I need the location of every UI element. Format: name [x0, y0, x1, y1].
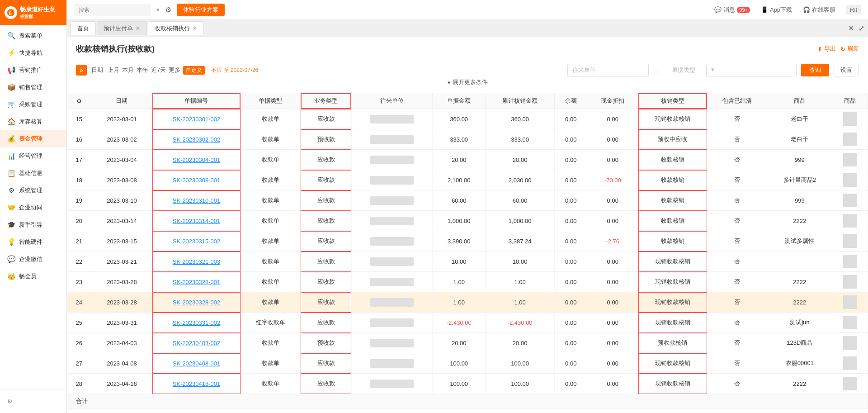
export-btn[interactable]: ⬆ 导出 — [817, 45, 836, 53]
cell-bill-no[interactable]: SK-20230314-001 — [152, 211, 241, 231]
setting-btn[interactable]: 设置 — [834, 64, 859, 76]
th-goods[interactable]: 商品 — [767, 93, 832, 109]
th-discount[interactable]: 现金折扣 — [587, 93, 638, 109]
date-more[interactable]: 更多 — [169, 66, 180, 74]
query-btn[interactable]: 查询 — [801, 64, 829, 76]
bill-no-link[interactable]: SK-20230418-001 — [173, 380, 221, 387]
tab-payable-close[interactable]: ✕ — [136, 25, 140, 32]
table-row[interactable]: 28 2023-04-18 SK-20230418-001 收款单 应收款 ██… — [67, 374, 868, 394]
bill-no-link[interactable]: SK-20230301-002 — [173, 116, 221, 123]
cell-bill-no[interactable]: SK-20230331-002 — [152, 313, 241, 333]
tabs-close-all-btn[interactable]: ✕ — [848, 24, 854, 33]
table-row[interactable]: 18 2023-03-08 SK-20230308-001 收款单 应收款 ██… — [67, 170, 868, 190]
topbar-dropdown-arrow[interactable]: ▾ — [156, 6, 160, 13]
topbar-msg[interactable]: 💬 消息 99+ — [714, 6, 750, 14]
th-counterpart[interactable]: 往来单位 — [351, 93, 432, 109]
sidebar-item-wechat[interactable]: 💬企业微信 — [0, 251, 66, 268]
table-row[interactable]: 20 2023-03-14 SK-20230314-001 收款单 应收款 ██… — [67, 211, 868, 231]
sidebar-item-quick[interactable]: ⚡快捷导航 — [0, 44, 66, 62]
expand-more-btn[interactable]: ▾ 展开更多条件 — [448, 78, 488, 86]
sidebar-item-system[interactable]: ⚙系统管理 — [0, 182, 66, 199]
sidebar-item-search[interactable]: 🔍搜索菜单 — [0, 27, 66, 44]
cell-bill-no[interactable]: SK-20230321-003 — [152, 252, 241, 272]
sidebar-item-corp[interactable]: 🤝企业协同 — [0, 199, 66, 216]
th-biz-type[interactable]: 业务类型 — [301, 93, 352, 109]
cell-bill-no[interactable]: SK-20230301-002 — [152, 109, 241, 129]
table-row[interactable]: 25 2023-03-31 SK-20230331-002 红字收款单 应收款 … — [67, 313, 868, 333]
counterpart-input[interactable]: 往来单位 — [567, 64, 649, 76]
cell-bill-no[interactable]: SK-20230304-001 — [152, 150, 241, 170]
tab-payable[interactable]: 预计应付单 ✕ — [97, 21, 147, 35]
bill-no-link[interactable]: SK-20230314-001 — [173, 218, 221, 224]
bill-no-link[interactable]: SK-20230302-002 — [173, 136, 221, 143]
th-gear[interactable]: ⚙ — [67, 93, 91, 109]
cell-bill-no[interactable]: SK-20230403-002 — [152, 333, 241, 353]
cell-bill-no[interactable]: SK-20230328-001 — [152, 272, 241, 292]
cell-bill-no[interactable]: SK-20230302-002 — [152, 129, 241, 150]
th-goods2[interactable]: 商品 — [832, 93, 868, 109]
table-row[interactable]: 22 2023-03-21 SK-20230321-003 收款单 应收款 ██… — [67, 252, 868, 272]
bill-no-link[interactable]: SK-20230315-002 — [173, 238, 221, 245]
tabs-maximize-btn[interactable]: ⤢ — [859, 24, 864, 33]
th-balance[interactable]: 余额 — [554, 93, 587, 109]
tab-receipt[interactable]: 收款核销执行 ✕ — [148, 21, 204, 35]
bill-no-link[interactable]: SK-20230328-002 — [173, 299, 221, 306]
table-row[interactable]: 21 2023-03-15 SK-20230315-002 收款单 应收款 ██… — [67, 231, 868, 252]
bill-no-link[interactable]: SK-20230328-001 — [173, 279, 221, 285]
th-bill-type[interactable]: 单据类型 — [241, 93, 301, 109]
sidebar-item-marketing[interactable]: 📢营销推广 — [0, 62, 66, 79]
th-amount[interactable]: 单据金额 — [433, 93, 486, 109]
cell-bill-no[interactable]: SK-20230328-002 — [152, 292, 241, 313]
search-input[interactable] — [74, 4, 151, 16]
table-row[interactable]: 23 2023-03-28 SK-20230328-001 收款单 应收款 ██… — [67, 272, 868, 292]
table-row[interactable]: 19 2023-03-10 SK-20230310-001 收款单 应收款 ██… — [67, 190, 868, 211]
cell-bill-no[interactable]: SK-20230418-001 — [152, 374, 241, 394]
table-row[interactable]: 16 2023-03-02 SK-20230302-002 收款单 预收款 ██… — [67, 129, 868, 150]
date-7days[interactable]: 近7天 — [151, 66, 166, 74]
table-row[interactable]: 26 2023-04-03 SK-20230403-002 收款单 预收款 ██… — [67, 333, 868, 353]
filter-expand-btn[interactable]: » — [76, 65, 87, 76]
th-bill-no[interactable]: 单据编号 — [152, 93, 241, 109]
bill-no-link[interactable]: SK-20230310-001 — [173, 197, 221, 204]
sidebar-item-operation[interactable]: 📊经营管理 — [0, 147, 66, 165]
sidebar-item-hardware[interactable]: 💡智能硬件 — [0, 233, 66, 251]
bill-type-select[interactable]: ▾ — [706, 64, 797, 76]
th-date[interactable]: 日期 — [91, 93, 152, 109]
cell-bill-no[interactable]: SK-20230310-001 — [152, 190, 241, 211]
sidebar-item-inventory[interactable]: 🏠库存核算 — [0, 113, 66, 130]
th-settled[interactable]: 包含已结清 — [707, 93, 767, 109]
bill-no-link[interactable]: SK-20230321-003 — [173, 258, 221, 265]
date-prev-month[interactable]: 上月 — [108, 66, 119, 74]
topbar-user[interactable]: Rit — [846, 5, 861, 14]
sidebar-settings-btn[interactable]: ⚙ — [0, 394, 66, 408]
th-cancel-type[interactable]: 核销类型 — [638, 93, 708, 109]
tab-receipt-close[interactable]: ✕ — [193, 25, 197, 32]
topbar-service[interactable]: 🎧 在线客服 — [803, 6, 835, 14]
th-verified[interactable]: 累计核销金额 — [486, 93, 555, 109]
refresh-btn[interactable]: ↻ 刷新 — [840, 45, 859, 53]
industry-btn[interactable]: 体验行业方案 — [177, 4, 225, 16]
table-row[interactable]: 24 2023-03-28 SK-20230328-002 收款单 应收款 ██… — [67, 292, 868, 313]
bill-no-link[interactable]: SK-20230331-002 — [173, 319, 221, 326]
sidebar-item-purchase[interactable]: 🛒采购管理 — [0, 96, 66, 113]
topbar-app[interactable]: 📱 App下载 — [761, 6, 792, 14]
cell-bill-no[interactable]: SK-20230308-001 — [152, 170, 241, 190]
bill-no-link[interactable]: SK-20230304-001 — [173, 157, 221, 163]
date-this-year[interactable]: 本年 — [137, 66, 148, 74]
date-this-month[interactable]: 本月 — [122, 66, 134, 74]
table-row[interactable]: 17 2023-03-04 SK-20230304-001 收款单 应收款 ██… — [67, 150, 868, 170]
table-row[interactable]: 27 2023-04-08 SK-20230408-001 收款单 应收款 ██… — [67, 353, 868, 374]
sidebar-item-finance[interactable]: 💰资金管理 — [0, 130, 66, 147]
sidebar-item-sales[interactable]: 📦销售管理 — [0, 79, 66, 96]
tab-home[interactable]: 首页 — [71, 21, 96, 35]
sidebar-item-basic[interactable]: 📋基础信息 — [0, 165, 66, 182]
cell-bill-no[interactable]: SK-20230315-002 — [152, 231, 241, 252]
table-gear-icon[interactable]: ⚙ — [76, 98, 82, 104]
table-row[interactable]: 15 2023-03-01 SK-20230301-002 收款单 应收款 ██… — [67, 109, 868, 129]
sidebar-item-guide[interactable]: 🎓新手引导 — [0, 216, 66, 233]
cell-bill-no[interactable]: SK-20230408-001 — [152, 353, 241, 374]
sidebar-item-member[interactable]: 👑畅会员 — [0, 268, 66, 285]
counterpart-more-icon[interactable]: ... — [653, 67, 661, 74]
bill-no-link[interactable]: SK-20230308-001 — [173, 177, 221, 184]
bill-no-link[interactable]: SK-20230403-002 — [173, 340, 221, 347]
